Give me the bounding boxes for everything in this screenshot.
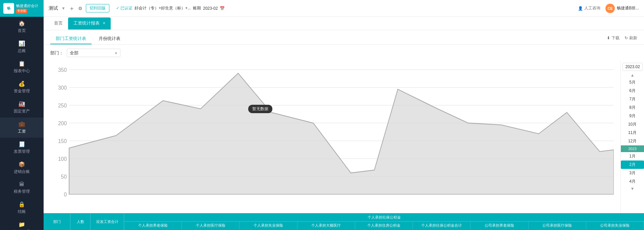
username: 畅捷通B班... — [617, 5, 639, 11]
sub-tab-monthly[interactable]: 月份统计表 — [93, 34, 126, 44]
sidebar-icon: 🧾 — [18, 141, 25, 147]
sidebar-label: 税务管理 — [14, 189, 30, 194]
sidebar-nav: 🏠首页📊总账📋报表中心💰资金管理🏭固定资产💼工资🧾发票管理📦进销台账🏛税务管理🔒… — [0, 17, 44, 230]
sidebar-label: 发票管理 — [14, 149, 30, 154]
avatar: CE — [605, 4, 615, 13]
period-label: 账期 — [193, 5, 201, 11]
topbar-right: 👤 人工咨询 CE 畅捷通B班... — [578, 4, 639, 13]
sidebar-icon: 🏭 — [18, 101, 25, 107]
nav-up-button[interactable]: ▲ — [630, 72, 635, 78]
status-bar: ✓ 已认证 好会计（专）+好生意（标）+... 账期 2023-02 📅 — [116, 5, 225, 11]
table-sub-col: 公司承担养老保险 — [471, 222, 528, 229]
download-icon: ⬇ — [607, 36, 610, 40]
switch-old-version-button[interactable]: 切到旧版 — [86, 4, 109, 12]
svg-text:150: 150 — [58, 138, 67, 144]
sub-tab-actions: ⬇ 下载 ↻ 刷新 — [607, 35, 637, 43]
month-item[interactable]: 4月 — [621, 177, 644, 186]
personal-group: 个人承担社保公积金个人承担养老保险个人承担医疗保险个人承担失业保险个人承担大额医… — [124, 214, 644, 230]
sidebar: 畅 畅捷通好会计 专业版 🏠首页📊总账📋报表中心💰资金管理🏭固定资产💼工资🧾发票… — [0, 0, 44, 230]
tab-home[interactable]: 首页 — [49, 17, 68, 30]
table-sub-col: 个人承担医疗保险 — [182, 222, 239, 229]
calendar-icon[interactable]: 📅 — [220, 6, 225, 11]
month-item[interactable]: 3月 — [621, 169, 644, 177]
project-dropdown-icon[interactable]: ▼ — [61, 6, 65, 11]
sidebar-icon: 🏠 — [18, 20, 25, 27]
logo-icon: 畅 — [3, 3, 14, 14]
sidebar-item-发票管理[interactable]: 🧾发票管理 — [0, 138, 44, 158]
personal-group-subs: 个人承担养老保险个人承担医疗保险个人承担失业保险个人承担大额医疗个人承担住房公积… — [124, 222, 644, 229]
table-sub-col: 个人承担失业保险 — [239, 222, 297, 229]
chart-area-wrapper: 050100150200250300350 暂无数据 2023.02▲5月6月7… — [44, 61, 644, 213]
right-panel: 2023.02▲5月6月7月8月9月10月11月12月20231月2月3月4月▼ — [621, 61, 644, 213]
table-sub-col: 个人承担养老保险 — [124, 222, 182, 229]
month-item[interactable]: 11月 — [621, 129, 644, 137]
sidebar-label: 工资 — [18, 129, 26, 134]
help-button[interactable]: 👤 人工咨询 — [578, 5, 600, 11]
table-sub-col: 个人承担住房公积金 — [355, 222, 413, 229]
dept-select[interactable]: 全部财务部销售部技术部行政部 — [67, 49, 120, 57]
sidebar-item-总账[interactable]: 📊总账 — [0, 37, 44, 57]
add-button[interactable]: ＋ — [69, 4, 75, 12]
settings-icon[interactable]: ⚙ — [78, 6, 83, 11]
sidebar-icon: 💼 — [18, 121, 25, 127]
tab-salary-report[interactable]: 工资统计报表 × — [68, 17, 111, 30]
chart-container: 050100150200250300350 暂无数据 — [44, 61, 621, 213]
sidebar-item-固定资产[interactable]: 🏭固定资产 — [0, 97, 44, 118]
personal-group-header: 个人承担社保公积金 — [124, 214, 644, 222]
sidebar-label: 报表中心 — [14, 68, 30, 74]
month-item[interactable]: 9月 — [621, 112, 644, 120]
sidebar-logo: 畅 畅捷通好会计 专业版 — [0, 0, 44, 17]
sidebar-label: 进销台账 — [14, 169, 30, 175]
month-item[interactable]: 10月 — [621, 120, 644, 129]
table-sub-col: 公司承担医疗保险 — [529, 222, 586, 229]
dept-select-wrapper: 全部财务部销售部技术部行政部 ▼ — [67, 49, 120, 57]
sidebar-item-结账[interactable]: 🔒结账 — [0, 198, 44, 218]
month-item[interactable]: 8月 — [621, 103, 644, 112]
svg-text:300: 300 — [58, 84, 67, 91]
sidebar-item-首页[interactable]: 🏠首页 — [0, 17, 44, 37]
sidebar-item-税务管理[interactable]: 🏛税务管理 — [0, 178, 44, 198]
svg-text:0: 0 — [64, 191, 67, 197]
year-display: 2023.02 — [623, 63, 643, 71]
sidebar-label: 总账 — [18, 48, 26, 54]
sidebar-icon: 📦 — [18, 161, 25, 168]
area-chart: 050100150200250300350 — [50, 64, 614, 210]
table-sub-col: 个人承担大额医疗 — [298, 222, 355, 229]
filter-row: 部门： 全部财务部销售部技术部行政部 ▼ — [44, 45, 644, 61]
sidebar-item-资金管理[interactable]: 💰资金管理 — [0, 77, 44, 97]
month-item[interactable]: 5月 — [621, 78, 644, 87]
sidebar-item-工资[interactable]: 💼工资 — [0, 118, 44, 138]
user-menu[interactable]: CE 畅捷通B班... — [605, 4, 639, 13]
plan-info: 好会计（专）+好生意（标）+... — [135, 5, 191, 11]
content-area: 部门工资统计表 月份统计表 ⬇ 下载 ↻ 刷新 部门： 全部财务部销售部技术部行… — [44, 30, 644, 230]
month-item[interactable]: 12月 — [621, 137, 644, 145]
table-sub-col: 个人承担社保公积金合计 — [413, 222, 471, 229]
certified-status: ✓ 已认证 — [116, 5, 132, 11]
period-value: 2023-02 — [203, 6, 218, 11]
sidebar-icon: 📁 — [18, 221, 25, 228]
month-item[interactable]: 1月 — [621, 152, 644, 160]
svg-text:100: 100 — [58, 155, 67, 162]
sidebar-icon: 💰 — [18, 81, 25, 87]
month-item[interactable]: 2月 — [621, 160, 644, 169]
sidebar-item-进销台账[interactable]: 📦进销台账 — [0, 158, 44, 178]
sub-tab-dept[interactable]: 部门工资统计表 — [50, 34, 92, 44]
tab-close-button[interactable]: × — [103, 21, 105, 26]
sidebar-label: 资金管理 — [14, 88, 30, 94]
logo-text: 畅捷通好会计 专业版 — [16, 3, 38, 13]
tabs-row: 首页 工资统计报表 × — [44, 17, 644, 30]
sidebar-icon: 🔒 — [18, 201, 25, 208]
download-button[interactable]: ⬇ 下载 — [607, 35, 620, 41]
sidebar-label: 结账 — [18, 209, 26, 215]
month-item[interactable]: 6月 — [621, 87, 644, 95]
sidebar-icon: 🏛 — [19, 181, 24, 187]
nav-down-button[interactable]: ▼ — [630, 186, 635, 192]
svg-text:350: 350 — [58, 66, 67, 73]
refresh-button[interactable]: ↻ 刷新 — [625, 35, 637, 41]
svg-text:200: 200 — [58, 120, 67, 126]
table-header: 部门人数应发工资合计个人承担社保公积金个人承担养老保险个人承担医疗保险个人承担失… — [44, 213, 644, 230]
table-header-col: 部门 — [44, 214, 70, 230]
sidebar-item-报表中心[interactable]: 📋报表中心 — [0, 57, 44, 77]
month-item[interactable]: 7月 — [621, 95, 644, 103]
sidebar-item-归档管理[interactable]: 📁归档管理 — [0, 218, 44, 230]
